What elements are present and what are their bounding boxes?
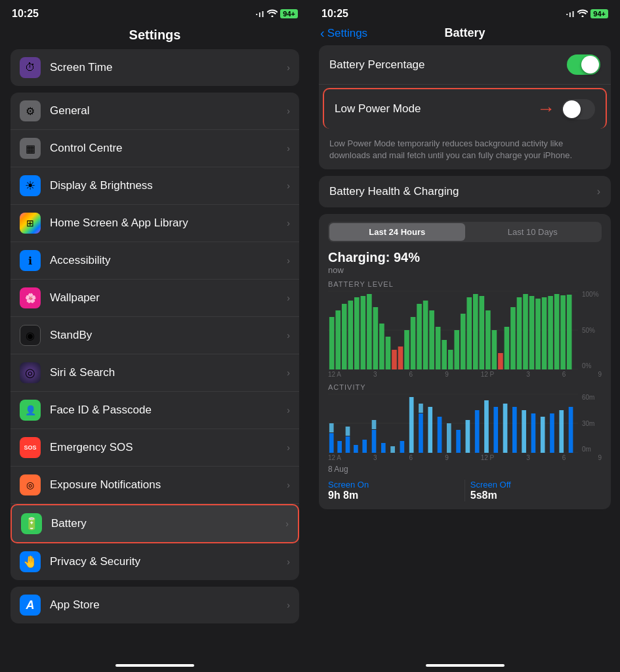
battery-icon: 🔋 [21, 513, 42, 534]
svg-rect-14 [398, 346, 403, 369]
home-screen-label: Home Screen & App Library [50, 217, 287, 230]
svg-rect-12 [386, 337, 391, 369]
activity-0-label: 0m [582, 446, 600, 453]
svg-rect-3 [329, 317, 335, 369]
battery-toggles-section: Battery Percentage Low Power Mode → Low … [319, 45, 611, 169]
svg-rect-58 [419, 413, 423, 453]
screen-off-stat: Screen Off 5s8m [470, 480, 602, 501]
wallpaper-icon: 🌸 [20, 287, 41, 308]
svg-rect-50 [354, 445, 358, 453]
charging-status: Charging: 94% now [328, 250, 602, 275]
right-panel: 10:25 ·ıl 94+ ‹ Settings Battery Battery… [310, 0, 620, 672]
svg-rect-31 [505, 327, 510, 369]
left-wifi-icon [267, 9, 278, 19]
app-store-label: App Store [50, 598, 287, 612]
battery-health-row[interactable]: Battery Health & Charging › [319, 176, 611, 207]
svg-rect-17 [417, 304, 422, 369]
home-screen-icon: ⊞ [20, 213, 41, 234]
svg-rect-61 [438, 417, 442, 453]
sidebar-item-screen-time[interactable]: ⏱ Screen Time › [10, 49, 299, 86]
right-time: 10:25 [321, 8, 348, 20]
right-home-indicator [426, 664, 505, 667]
left-status-bar: 10:25 ·ıl 94+ [0, 0, 310, 24]
svg-rect-45 [329, 433, 334, 453]
sidebar-item-home-screen[interactable]: ⊞ Home Screen & App Library › [10, 205, 299, 242]
svg-rect-59 [419, 404, 423, 413]
emergency-sos-label: Emergency SOS [50, 441, 287, 454]
back-button[interactable]: ‹ Settings [320, 26, 367, 41]
time-tab-row: Last 24 Hours Last 10 Days [328, 222, 602, 242]
sidebar-item-standby[interactable]: ◉ StandBy › [10, 317, 299, 354]
svg-rect-75 [569, 407, 573, 453]
battery-level-chart [328, 291, 578, 369]
charging-percentage: Charging: 94% [328, 250, 602, 265]
svg-rect-25 [466, 297, 472, 369]
stats-divider [465, 480, 465, 501]
sidebar-item-wallpaper[interactable]: 🌸 Wallpaper › [10, 280, 299, 317]
sidebar-item-emergency-sos[interactable]: SOS Emergency SOS › [10, 429, 299, 467]
low-power-mode-label: Low Power Mode [335, 102, 421, 116]
screen-on-value: 9h 8m [328, 490, 459, 501]
left-status-icons: ·ıl 94+ [255, 9, 298, 19]
siri-label: Siri & Search [50, 366, 287, 379]
low-power-mode-toggle[interactable] [562, 99, 595, 119]
sidebar-item-control-centre[interactable]: ▦ Control Centre › [10, 130, 299, 167]
sidebar-item-exposure[interactable]: ◎ Exposure Notifications › [10, 467, 299, 504]
svg-rect-7 [354, 297, 360, 369]
svg-rect-41 [567, 295, 572, 369]
activity-chart-label: ACTIVITY [328, 383, 602, 391]
right-wifi-icon [577, 9, 588, 19]
control-centre-icon: ▦ [20, 138, 41, 159]
standby-label: StandBy [50, 329, 287, 342]
sidebar-item-accessibility[interactable]: ℹ Accessibility › [10, 242, 299, 280]
sidebar-item-app-store[interactable]: A App Store › [10, 587, 299, 623]
svg-rect-66 [484, 400, 489, 453]
svg-rect-19 [429, 310, 434, 369]
svg-rect-20 [436, 327, 441, 369]
screen-on-stat: Screen On 9h 8m [328, 480, 459, 501]
screen-off-label: Screen Off [470, 480, 602, 490]
screen-stats: Screen On 9h 8m Screen Off 5s8m [328, 480, 602, 501]
screen-on-label: Screen On [328, 480, 459, 490]
right-nav: ‹ Settings Battery [310, 24, 620, 45]
face-id-icon: 👤 [20, 400, 41, 421]
svg-rect-62 [447, 423, 451, 453]
sidebar-item-general[interactable]: ⚙ General › [10, 93, 299, 130]
tab-last-10-days[interactable]: Last 10 Days [465, 223, 601, 241]
sidebar-item-face-id[interactable]: 👤 Face ID & Passcode › [10, 392, 299, 429]
left-time: 10:25 [12, 8, 39, 20]
sidebar-item-siri[interactable]: ◎ Siri & Search › [10, 354, 299, 392]
sidebar-item-battery[interactable]: 🔋 Battery › [10, 504, 299, 543]
accessibility-icon: ℹ [20, 250, 41, 271]
low-power-mode-row: Low Power Mode → [323, 88, 607, 129]
right-content: Battery Percentage Low Power Mode → Low … [310, 45, 620, 660]
svg-rect-6 [348, 301, 353, 369]
activity-60-label: 60m [582, 394, 600, 401]
svg-rect-28 [486, 310, 491, 369]
svg-rect-26 [473, 294, 478, 369]
svg-rect-15 [404, 330, 409, 369]
svg-rect-56 [400, 441, 405, 453]
svg-rect-53 [372, 420, 377, 429]
sidebar-item-display[interactable]: ☀ Display & Brightness › [10, 167, 299, 205]
svg-rect-70 [522, 410, 526, 453]
emergency-sos-icon: SOS [20, 437, 41, 458]
standby-icon: ◉ [20, 325, 41, 346]
left-settings-list: ⏱ Screen Time › ⚙ General › ▦ Control Ce… [0, 49, 310, 660]
sidebar-item-privacy[interactable]: 🤚 Privacy & Security › [10, 543, 299, 580]
general-icon: ⚙ [20, 100, 41, 121]
svg-rect-72 [541, 417, 545, 453]
svg-rect-51 [362, 440, 367, 453]
battery-50-label: 50% [582, 327, 600, 334]
battery-charts-section: Last 24 Hours Last 10 Days Charging: 94%… [319, 214, 611, 509]
tab-last-24-hours[interactable]: Last 24 Hours [329, 223, 465, 241]
svg-rect-21 [442, 340, 447, 369]
svg-rect-64 [466, 420, 470, 453]
svg-rect-23 [454, 330, 459, 369]
battery-percentage-toggle[interactable] [567, 54, 600, 75]
battery-x-axis: 12 A 3 6 9 12 P 3 6 9 [328, 371, 602, 378]
svg-rect-71 [531, 413, 536, 453]
svg-rect-54 [381, 443, 386, 453]
exposure-label: Exposure Notifications [50, 478, 287, 492]
svg-rect-65 [475, 410, 480, 453]
